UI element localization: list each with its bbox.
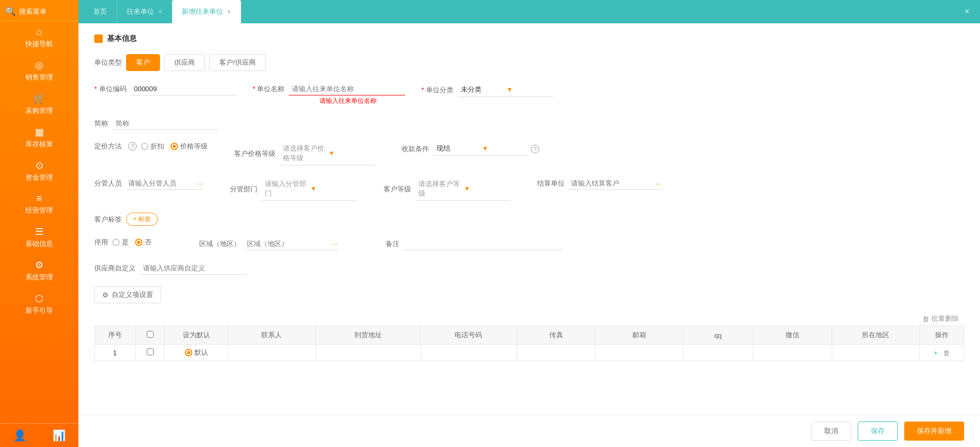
cancel-button[interactable]: 取消 bbox=[811, 422, 851, 441]
col-seq: 序号 bbox=[95, 326, 136, 345]
cell-fax[interactable] bbox=[516, 345, 595, 361]
settlement-unit-label: 结算单位 bbox=[537, 179, 565, 188]
address-input[interactable] bbox=[342, 349, 395, 357]
settlement-unit-input[interactable] bbox=[569, 177, 654, 189]
customer-level-select[interactable]: 请选择客户等级 ▼ bbox=[415, 177, 511, 201]
delete-row-btn[interactable]: 🗑 bbox=[943, 349, 950, 357]
tab-new-counterparty[interactable]: 新增往来单位 × bbox=[172, 0, 241, 23]
user-icon[interactable]: 👤 bbox=[13, 429, 26, 442]
fax-input[interactable] bbox=[538, 349, 575, 357]
disable-no-option[interactable]: 否 bbox=[135, 238, 152, 247]
sidebar-item-operations[interactable]: ≡ 经营管理 bbox=[0, 188, 78, 221]
short-name-group: 简称 bbox=[94, 117, 218, 130]
cell-qq[interactable] bbox=[683, 345, 753, 361]
sidebar-item-basic-info[interactable]: ☰ 基础信息 bbox=[0, 221, 78, 254]
cell-default[interactable]: 默认 bbox=[165, 345, 228, 361]
unit-info-row: 单位编码 单位名称 请输入往来单位名称 单位分类 未分类 ▼ bbox=[94, 83, 964, 108]
search-icon: 🔍 bbox=[5, 6, 16, 16]
region-label: 区域（地区） bbox=[199, 239, 240, 249]
qq-input[interactable] bbox=[702, 349, 734, 357]
sidebar-search[interactable]: 🔍 搜索菜单 bbox=[0, 2, 78, 21]
cell-email[interactable] bbox=[595, 345, 683, 361]
remark-label: 备注 bbox=[386, 239, 399, 249]
default-radio-item[interactable]: 默认 bbox=[170, 348, 222, 357]
sidebar-item-sales[interactable]: ◎ 销售管理 bbox=[0, 54, 78, 87]
customer-level-label: 客户等级 bbox=[384, 185, 411, 194]
sidebar-search-label: 搜索菜单 bbox=[19, 7, 47, 16]
stats-icon[interactable]: 📊 bbox=[52, 429, 66, 442]
tab-counterparty[interactable]: 往来单位 × bbox=[117, 0, 172, 23]
pricing-help-icon[interactable]: ? bbox=[128, 142, 137, 151]
sidebar-item-newbie[interactable]: ⬡ 新手引导 bbox=[0, 287, 78, 321]
region-more-btn[interactable]: ··· bbox=[332, 240, 338, 248]
payment-terms-group: 收款条件 现结 ▼ ? bbox=[402, 142, 539, 156]
disable-yes-option[interactable]: 是 bbox=[112, 238, 129, 247]
unit-btn-both[interactable]: 客户/供应商 bbox=[209, 54, 266, 71]
batch-delete-button[interactable]: 🗑 批量删除 bbox=[922, 314, 959, 323]
sidebar-item-label: 基础信息 bbox=[25, 239, 53, 249]
tab-bar-close-button[interactable]: × bbox=[959, 7, 975, 16]
sidebar-item-label: 经营管理 bbox=[25, 206, 53, 215]
sidebar: 🔍 搜索菜单 ⌂ 快捷导航 ◎ 销售管理 🛒 采购管理 ▦ 库存核算 ⊙ 资金管… bbox=[0, 0, 78, 447]
tab-bar: 首页 往来单位 × 新增往来单位 × × bbox=[78, 0, 980, 23]
save-button[interactable]: 保存 bbox=[858, 422, 898, 441]
sidebar-item-inventory[interactable]: ▦ 库存核算 bbox=[0, 121, 78, 154]
select-all-checkbox[interactable] bbox=[147, 331, 154, 338]
cell-region[interactable] bbox=[832, 345, 919, 361]
yes-radio bbox=[112, 239, 120, 246]
sidebar-item-system[interactable]: ⚙ 系统管理 bbox=[0, 254, 78, 287]
customer-price-level-select[interactable]: 请选择客户价格等级 ▼ bbox=[280, 142, 375, 165]
col-action: 操作 bbox=[920, 326, 964, 345]
unit-btn-supplier[interactable]: 供应商 bbox=[164, 54, 205, 71]
payment-terms-select[interactable]: 现结 ▼ bbox=[433, 142, 529, 156]
cell-phone[interactable] bbox=[421, 345, 517, 361]
wechat-input[interactable] bbox=[774, 349, 811, 357]
short-name-input[interactable] bbox=[112, 117, 218, 130]
sidebar-item-quick-nav[interactable]: ⌂ 快捷导航 bbox=[0, 21, 78, 54]
cell-seq: 1 bbox=[95, 345, 136, 361]
sidebar-item-label: 新手引导 bbox=[25, 306, 53, 315]
supplier-custom-input[interactable] bbox=[140, 262, 246, 275]
cell-wechat[interactable] bbox=[753, 345, 832, 361]
unit-code-input[interactable] bbox=[131, 83, 237, 95]
manager-more-btn[interactable]: ··· bbox=[197, 179, 203, 188]
custom-settings-button[interactable]: ⚙ 自定义项设置 bbox=[94, 286, 161, 303]
department-select[interactable]: 请输入分管部门 ▼ bbox=[262, 177, 357, 201]
pricing-level-option[interactable]: 价格等级 bbox=[171, 142, 208, 151]
cell-address[interactable] bbox=[316, 345, 421, 361]
settlement-unit-input-group: ··· bbox=[569, 177, 662, 190]
tab-home[interactable]: 首页 bbox=[84, 0, 117, 23]
unit-btn-customer[interactable]: 客户 bbox=[126, 54, 160, 71]
email-input[interactable] bbox=[618, 349, 661, 357]
cell-checkbox[interactable] bbox=[135, 345, 165, 361]
unit-type-label: 单位类型 bbox=[94, 58, 122, 67]
customer-tag-group: 客户标签 + 标签 bbox=[94, 213, 158, 226]
sidebar-item-purchase[interactable]: 🛒 采购管理 bbox=[0, 87, 78, 121]
pricing-radio-group: 折扣 价格等级 bbox=[141, 142, 208, 151]
settlement-unit-more-btn[interactable]: ··· bbox=[656, 179, 662, 188]
department-placeholder: 请输入分管部门 bbox=[265, 179, 308, 198]
tab-counterparty-close[interactable]: × bbox=[158, 8, 162, 15]
chevron-down-icon-3: ▼ bbox=[482, 145, 525, 152]
unit-category-select[interactable]: 未分类 ▼ bbox=[458, 83, 553, 97]
add-tag-button[interactable]: + 标签 bbox=[126, 213, 158, 226]
remark-input[interactable] bbox=[404, 238, 563, 250]
no-label: 否 bbox=[145, 238, 152, 247]
supplier-custom-row: 供应商自定义 bbox=[94, 262, 964, 277]
manager-input[interactable] bbox=[126, 177, 195, 189]
tab-new-counterparty-close[interactable]: × bbox=[227, 8, 231, 15]
region-cell-input[interactable] bbox=[854, 349, 897, 357]
unit-name-input[interactable] bbox=[289, 83, 405, 95]
unit-category-label: 单位分类 bbox=[421, 85, 453, 95]
pricing-discount-option[interactable]: 折扣 bbox=[141, 142, 164, 151]
row-checkbox[interactable] bbox=[147, 348, 154, 355]
cell-contact[interactable] bbox=[228, 345, 315, 361]
contact-input[interactable] bbox=[251, 349, 293, 357]
save-and-new-button[interactable]: 保存并新增 bbox=[904, 422, 964, 441]
payment-terms-help-icon[interactable]: ? bbox=[531, 145, 539, 153]
sidebar-item-finance[interactable]: ⊙ 资金管理 bbox=[0, 154, 78, 188]
supplier-custom-group: 供应商自定义 bbox=[94, 262, 246, 275]
region-input[interactable] bbox=[245, 238, 329, 250]
add-row-btn[interactable]: + bbox=[933, 349, 938, 357]
phone-input[interactable] bbox=[444, 349, 492, 357]
